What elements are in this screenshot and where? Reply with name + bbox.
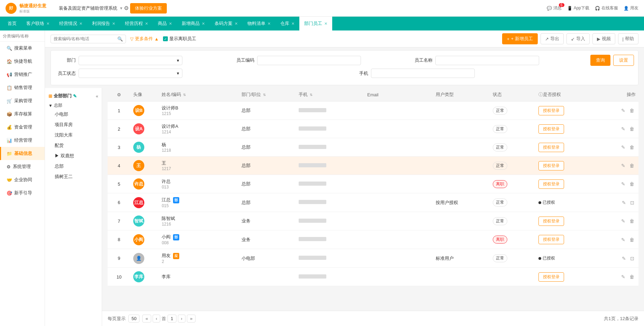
view-button[interactable]: ▶ 视频 — [592, 33, 615, 44]
dept-item-shenyang[interactable]: 沈阳大库 — [45, 130, 102, 140]
prev-page-button[interactable]: ‹ — [153, 315, 160, 323]
copy-button[interactable]: ⊡ — [629, 199, 636, 206]
collapse-icon[interactable]: « — [96, 94, 98, 99]
auth-button[interactable]: 授权登录 — [538, 161, 564, 170]
dept-item-head[interactable]: 总部 — [45, 161, 102, 171]
copy-button[interactable]: ⊡ — [629, 255, 636, 262]
sidebar-item-nav[interactable]: 🏠 快捷导航 — [0, 55, 45, 68]
delete-button[interactable]: 🗑 — [628, 107, 636, 114]
delete-button[interactable]: 🗑 — [628, 236, 636, 243]
nav-bom[interactable]: 物料清单 ✕ — [243, 17, 275, 30]
edit-button[interactable]: ✎ — [620, 144, 627, 151]
emp-status-select[interactable]: ▾ — [79, 69, 182, 78]
import-button[interactable]: ↙ 导入 — [566, 33, 590, 44]
close-icon[interactable]: ✕ — [202, 21, 205, 26]
app-download-action[interactable]: 📱 App下载 — [567, 5, 589, 11]
nav-operation[interactable]: 经营情况 ✕ — [54, 17, 87, 30]
show-resigned-toggle[interactable]: ✓ 显示离职员工 — [163, 36, 196, 42]
dept-item-distribution[interactable]: 配货 — [45, 140, 102, 151]
sidebar-item-guide[interactable]: 🎯 新手引导 — [0, 186, 45, 200]
delete-button[interactable]: 🗑 — [628, 144, 636, 151]
auth-button[interactable]: 授权登录 — [538, 217, 564, 226]
edit-button[interactable]: ✎ — [620, 255, 627, 262]
nav-history[interactable]: 经营历程 ✕ — [120, 17, 153, 30]
nav-home[interactable]: 首页 — [3, 17, 21, 30]
emp-name-input[interactable] — [435, 56, 539, 65]
nav-dept-staff[interactable]: 部门员工 ✕ — [299, 17, 332, 30]
dept-item-chushu[interactable]: 插树王二 — [45, 171, 102, 182]
delete-button[interactable]: 🗑 — [628, 273, 636, 280]
sidebar-item-inventory[interactable]: 📦 库存核算 — [0, 107, 45, 121]
delete-button[interactable]: 🗑 — [628, 162, 636, 169]
nav-warehouse[interactable]: 仓库 ✕ — [275, 17, 299, 30]
nav-customer[interactable]: 客户联络 ✕ — [21, 17, 54, 30]
export-button[interactable]: ↗ 导出 — [541, 33, 564, 44]
nav-new-goods[interactable]: 新增商品 ✕ — [177, 17, 210, 30]
auth-button[interactable]: 授权登录 — [538, 235, 564, 244]
close-icon[interactable]: ✕ — [324, 21, 327, 26]
nav-barcode[interactable]: 条码方案 ✕ — [210, 17, 243, 30]
edit-button[interactable]: ✎ — [620, 218, 627, 224]
nav-goods[interactable]: 商品 ✕ — [153, 17, 177, 30]
message-action[interactable]: 💬 消息 6 — [547, 5, 562, 11]
delete-button[interactable]: 🗑 — [628, 180, 636, 187]
sidebar-item-basic[interactable]: 📁 基础信息 — [0, 147, 45, 160]
dept-select[interactable]: ▾ — [79, 56, 182, 65]
delete-button[interactable]: 🗑 — [628, 218, 636, 224]
auth-button[interactable]: 授权登录 — [538, 106, 564, 115]
close-icon[interactable]: ✕ — [46, 21, 49, 26]
close-icon[interactable]: ✕ — [267, 21, 271, 26]
current-page-input[interactable]: 1 — [167, 315, 176, 323]
dept-edit-icon[interactable]: ✎ — [73, 94, 77, 99]
sidebar-item-system[interactable]: ⚙ 系统管理 — [0, 160, 45, 173]
delete-button[interactable]: 🗑 — [628, 125, 636, 132]
edit-button[interactable]: ✎ — [620, 273, 627, 280]
sidebar-item-purchase[interactable]: 🛒 采购管理 — [0, 94, 45, 107]
close-icon[interactable]: ✕ — [79, 21, 82, 26]
close-icon[interactable]: ✕ — [145, 21, 148, 26]
edit-button[interactable]: ✎ — [620, 107, 627, 114]
col-name-header[interactable]: 姓名/编码 ⇅ — [159, 88, 239, 102]
sidebar-item-operations[interactable]: 📊 经营管理 — [0, 134, 45, 147]
search-input[interactable] — [54, 36, 116, 41]
edit-button[interactable]: ✎ — [620, 199, 627, 206]
online-service-action[interactable]: 🎧 在线客服 — [595, 5, 618, 11]
add-employee-button[interactable]: + + 新增员工 — [502, 33, 538, 44]
nav-profit[interactable]: 利润报告 ✕ — [87, 17, 120, 30]
edit-button[interactable]: ✎ — [620, 162, 627, 169]
help-button[interactable]: | 帮助 — [618, 33, 638, 44]
col-dept-header[interactable]: 部门/职位 ⇅ — [239, 88, 296, 102]
sidebar-item-sales[interactable]: 📋 销售管理 — [0, 81, 45, 94]
next-page-button[interactable]: › — [178, 315, 185, 323]
search-button[interactable]: 查询 — [590, 55, 610, 66]
auth-button[interactable]: 授权登录 — [538, 179, 564, 189]
phone-input[interactable] — [371, 69, 475, 78]
last-page-button[interactable]: » — [187, 315, 196, 323]
close-icon[interactable]: ✕ — [235, 21, 238, 26]
edit-button[interactable]: ✎ — [620, 125, 627, 132]
settings-button[interactable]: 设置 — [613, 55, 634, 66]
gear-button[interactable]: ⚙ — [123, 3, 130, 13]
auth-button[interactable]: 授权登录 — [538, 143, 564, 152]
page-size-value[interactable]: 50 — [128, 315, 139, 323]
close-icon[interactable]: ✕ — [291, 21, 294, 26]
edit-button[interactable]: ✎ — [620, 236, 627, 243]
sys-title-area[interactable]: 装备及固定资产辅助管理系统 ▾ — [51, 5, 123, 11]
sidebar-item-search[interactable]: 🔍 搜索菜单 — [0, 42, 45, 55]
auth-button[interactable]: 授权登录 — [538, 124, 564, 134]
auth-button[interactable]: 授权登录 — [538, 272, 564, 282]
sidebar-search-input[interactable] — [3, 34, 45, 38]
edit-button[interactable]: ✎ — [620, 180, 627, 187]
emp-code-input[interactable] — [257, 56, 361, 65]
sidebar-item-marketing[interactable]: 📢 营销推广 — [0, 68, 45, 81]
trial-button[interactable]: 体验行业方案 — [130, 3, 167, 14]
col-phone-header[interactable]: 手机 ⇅ — [296, 88, 364, 102]
sidebar-item-collab[interactable]: 🤝 企业协同 — [0, 173, 45, 186]
dept-item-xiaodian[interactable]: 小电部 — [45, 109, 102, 120]
close-icon[interactable]: ✕ — [112, 21, 115, 26]
close-icon[interactable]: ✕ — [169, 21, 172, 26]
more-filter-btn[interactable]: ▽ 更多条件 ▲ — [130, 36, 159, 42]
first-page-button[interactable]: « — [142, 315, 151, 323]
sidebar-item-finance[interactable]: 💰 资金管理 — [0, 121, 45, 134]
user-action[interactable]: 👤 用友 — [624, 5, 638, 11]
